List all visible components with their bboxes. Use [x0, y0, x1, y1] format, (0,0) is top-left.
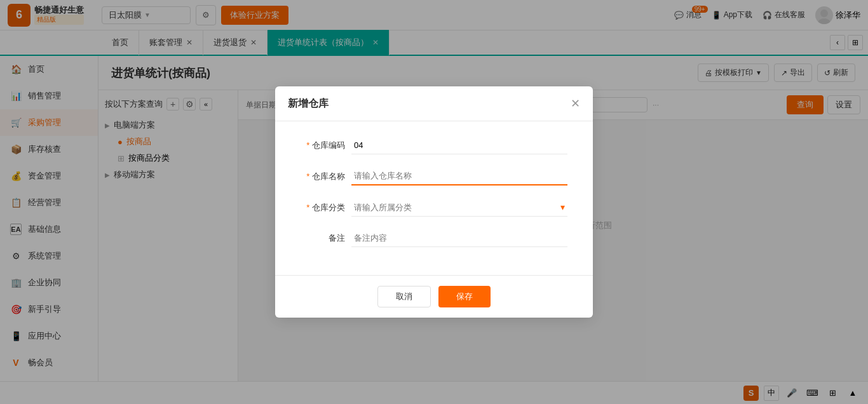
warehouse-name-input[interactable] — [351, 167, 567, 185]
save-button[interactable]: 保存 — [438, 286, 491, 307]
remark-label: 备注 — [301, 232, 351, 244]
modal-body: * 仓库编码 * 仓库名称 * 仓库分类 — [275, 121, 593, 275]
warehouse-code-input[interactable] — [351, 137, 567, 154]
category-dropdown-arrow: ▾ — [560, 202, 565, 212]
modal-title: 新增仓库 — [288, 97, 329, 111]
form-row-category: * 仓库分类 ▾ — [301, 198, 567, 217]
required-star-code: * — [306, 140, 309, 150]
modal-header: 新增仓库 ✕ — [275, 86, 593, 121]
category-select-wrap[interactable]: ▾ — [351, 198, 567, 217]
category-label: * 仓库分类 — [301, 202, 351, 213]
name-label: * 仓库名称 — [301, 171, 351, 182]
cancel-button[interactable]: 取消 — [377, 286, 431, 307]
modal-footer: 取消 保存 — [275, 275, 593, 318]
modal-overlay[interactable]: 新增仓库 ✕ * 仓库编码 * 仓库名称 — [0, 0, 868, 404]
form-row-code: * 仓库编码 — [301, 137, 567, 154]
required-star-category: * — [306, 203, 309, 212]
add-warehouse-modal: 新增仓库 ✕ * 仓库编码 * 仓库名称 — [275, 86, 593, 318]
modal-close-button[interactable]: ✕ — [571, 97, 580, 111]
remark-input[interactable] — [351, 229, 567, 247]
form-row-remark: 备注 — [301, 229, 567, 247]
form-row-name: * 仓库名称 — [301, 167, 567, 185]
required-star-name: * — [306, 172, 309, 181]
category-input[interactable] — [354, 203, 560, 212]
code-label: * 仓库编码 — [301, 140, 351, 151]
